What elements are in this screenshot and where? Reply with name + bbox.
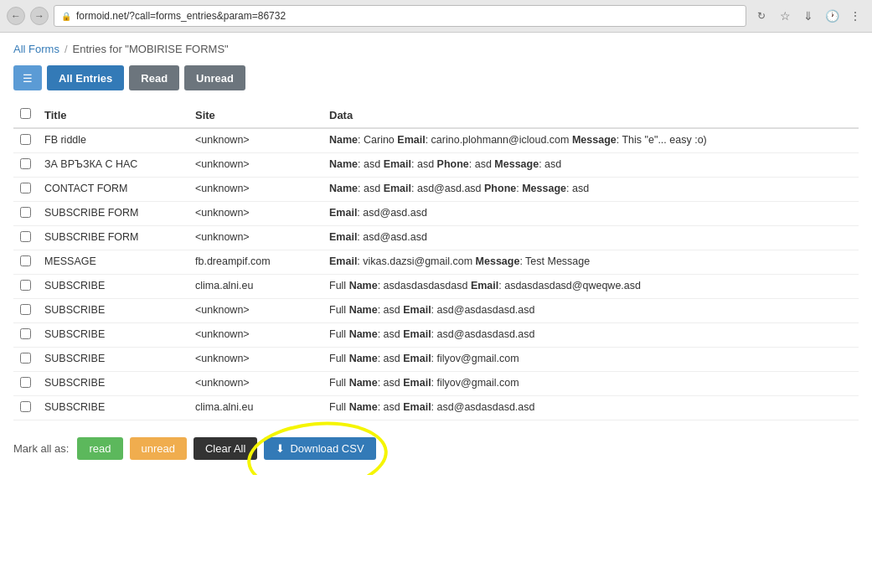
table-row: SUBSCRIBE<unknown>Full Name: asd Email: … xyxy=(13,372,859,396)
row-data: Name: asd Email: asd@asd.asd Phone: Mess… xyxy=(322,178,859,202)
row-title: SUBSCRIBE xyxy=(38,396,188,420)
mark-all-label: Mark all as: xyxy=(13,442,69,455)
row-checkbox[interactable] xyxy=(20,207,31,218)
row-data: Full Name: asd Email: asd@asdasdasd.asd xyxy=(322,323,859,348)
row-checkbox[interactable] xyxy=(20,134,31,145)
row-site: <unknown> xyxy=(188,153,322,178)
address-bar[interactable]: 🔒 formoid.net/?call=forms_entries&param=… xyxy=(54,5,746,27)
breadcrumb-home[interactable]: All Forms xyxy=(13,43,59,55)
download-icon: ⬇ xyxy=(276,442,285,455)
row-data: Name: Carino Email: carino.plohmann@iclo… xyxy=(322,128,859,153)
row-checkbox[interactable] xyxy=(20,280,31,291)
row-checkbox-cell xyxy=(13,396,38,420)
table-row: ЗА ВРЪЗКА С НАС<unknown>Name: asd Email:… xyxy=(13,153,859,178)
row-checkbox[interactable] xyxy=(20,255,31,266)
row-checkbox[interactable] xyxy=(20,328,31,339)
row-checkbox[interactable] xyxy=(20,183,31,193)
row-checkbox-cell xyxy=(13,128,38,153)
mark-unread-button[interactable]: unread xyxy=(130,437,187,460)
bookmark-button[interactable]: ☆ xyxy=(775,6,795,26)
mark-read-button[interactable]: read xyxy=(77,437,122,460)
row-site: clima.alni.eu xyxy=(188,396,322,420)
row-checkbox[interactable] xyxy=(20,377,31,388)
select-all-checkbox[interactable] xyxy=(20,108,31,119)
row-title: SUBSCRIBE xyxy=(38,348,188,372)
tab-read[interactable]: Read xyxy=(129,65,179,90)
row-checkbox-cell xyxy=(13,275,38,299)
table-row: SUBSCRIBE<unknown>Full Name: asd Email: … xyxy=(13,323,859,348)
download-button[interactable]: ⇓ xyxy=(798,6,818,26)
row-title: SUBSCRIBE xyxy=(38,372,188,396)
forward-button[interactable]: → xyxy=(30,7,49,25)
row-checkbox[interactable] xyxy=(20,401,31,412)
table-row: SUBSCRIBE FORM<unknown>Email: asd@asd.as… xyxy=(13,202,859,226)
entries-table: Title Site Data FB riddle<unknown>Name: … xyxy=(13,102,859,420)
row-checkbox[interactable] xyxy=(20,353,31,364)
table-row: SUBSCRIBE FORM<unknown>Email: asd@asd.as… xyxy=(13,226,859,250)
table-row: SUBSCRIBE<unknown>Full Name: asd Email: … xyxy=(13,299,859,323)
row-site: <unknown> xyxy=(188,323,322,348)
row-checkbox-cell xyxy=(13,348,38,372)
refresh-button[interactable]: ↻ xyxy=(751,6,771,26)
row-data: Full Name: asd Email: filyov@gmail.com xyxy=(322,372,859,396)
row-data: Full Name: asd Email: asd@asdasdasd.asd xyxy=(322,396,859,420)
row-data: Email: asd@asd.asd xyxy=(322,226,859,250)
row-site: fb.dreampif.com xyxy=(188,250,322,275)
row-checkbox-cell xyxy=(13,226,38,250)
row-checkbox-cell xyxy=(13,250,38,275)
table-row: SUBSCRIBEclima.alni.euFull Name: asdasda… xyxy=(13,275,859,299)
row-site: <unknown> xyxy=(188,178,322,202)
filter-bar: ☰ All Entries Read Unread xyxy=(13,65,859,90)
row-checkbox-cell xyxy=(13,299,38,323)
row-checkbox-cell xyxy=(13,153,38,178)
menu-button[interactable]: ⋮ xyxy=(845,6,865,26)
history-button[interactable]: 🕐 xyxy=(822,6,842,26)
csv-highlight-wrapper: ⬇ Download CSV xyxy=(264,437,375,460)
row-data: Full Name: asdasdasdasdasd Email: asdasd… xyxy=(322,275,859,299)
csv-label: Download CSV xyxy=(290,442,364,455)
breadcrumb-separator: / xyxy=(64,43,68,55)
row-data: Name: asd Email: asd Phone: asd Message:… xyxy=(322,153,859,178)
row-checkbox-cell xyxy=(13,202,38,226)
header-site: Site xyxy=(188,102,322,128)
download-csv-button[interactable]: ⬇ Download CSV xyxy=(264,437,375,460)
table-header-row: Title Site Data xyxy=(13,102,859,128)
row-checkbox-cell xyxy=(13,178,38,202)
url-text: formoid.net/?call=forms_entries&param=86… xyxy=(76,10,286,22)
row-title: MESSAGE xyxy=(38,250,188,275)
row-title: SUBSCRIBE FORM xyxy=(38,202,188,226)
row-site: <unknown> xyxy=(188,299,322,323)
grid-icon: ☰ xyxy=(23,72,33,85)
tab-all-entries[interactable]: All Entries xyxy=(47,65,124,90)
clear-all-button[interactable]: Clear All xyxy=(193,437,257,460)
browser-chrome: ← → 🔒 formoid.net/?call=forms_entries&pa… xyxy=(0,0,872,33)
table-row: SUBSCRIBEclima.alni.euFull Name: asd Ema… xyxy=(13,396,859,420)
table-row: SUBSCRIBE<unknown>Full Name: asd Email: … xyxy=(13,348,859,372)
row-checkbox[interactable] xyxy=(20,304,31,315)
row-title: SUBSCRIBE xyxy=(38,323,188,348)
header-title: Title xyxy=(38,102,188,128)
grid-view-button[interactable]: ☰ xyxy=(13,65,42,90)
row-data: Full Name: asd Email: filyov@gmail.com xyxy=(322,348,859,372)
header-checkbox-col xyxy=(13,102,38,128)
tab-unread[interactable]: Unread xyxy=(184,65,245,90)
row-site: <unknown> xyxy=(188,348,322,372)
row-title: CONTACT FORM xyxy=(38,178,188,202)
breadcrumb-current: Entries for "MOBIRISE FORMS" xyxy=(73,43,229,55)
table-row: FB riddle<unknown>Name: Carino Email: ca… xyxy=(13,128,859,153)
browser-icons: ↻ ☆ ⇓ 🕐 ⋮ xyxy=(751,6,865,26)
table-row: MESSAGEfb.dreampif.comEmail: vikas.dazsi… xyxy=(13,250,859,275)
breadcrumb: All Forms / Entries for "MOBIRISE FORMS" xyxy=(13,43,859,55)
row-title: SUBSCRIBE xyxy=(38,299,188,323)
back-button[interactable]: ← xyxy=(7,7,25,25)
row-data: Email: vikas.dazsi@gmail.com Message: Te… xyxy=(322,250,859,275)
row-checkbox-cell xyxy=(13,372,38,396)
row-checkbox[interactable] xyxy=(20,231,31,242)
row-site: <unknown> xyxy=(188,226,322,250)
table-row: CONTACT FORM<unknown>Name: asd Email: as… xyxy=(13,178,859,202)
row-checkbox[interactable] xyxy=(20,158,31,169)
row-site: <unknown> xyxy=(188,372,322,396)
row-title: SUBSCRIBE xyxy=(38,275,188,299)
row-title: SUBSCRIBE FORM xyxy=(38,226,188,250)
row-data: Email: asd@asd.asd xyxy=(322,202,859,226)
